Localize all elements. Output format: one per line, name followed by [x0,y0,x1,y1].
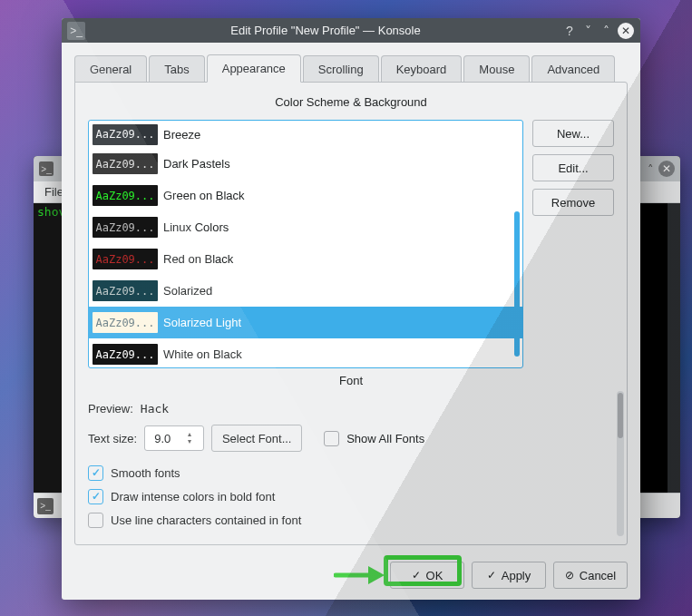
listbox-scrollbar[interactable] [514,211,520,357]
cancel-icon: ⊘ [565,569,574,582]
terminal-scrollbar[interactable] [668,203,680,493]
preview-label: Preview: [88,402,133,416]
textsize-label: Text size: [88,432,137,445]
use-line-chars-row: Use line characters contained in font [88,508,614,532]
dialog-body: General Tabs Appearance Scrolling Keyboa… [62,43,640,552]
font-size-row: Text size: ▴ ▾ Select Font... Show All F… [88,425,614,452]
dialog-title: Edit Profile "New Profile" — Konsole [91,24,560,37]
scheme-item[interactable]: AaZz09...Red on Black [89,243,522,275]
color-scheme-buttons: New... Edit... Remove [532,120,614,368]
chevron-down-icon[interactable]: ▾ [183,438,196,445]
scheme-swatch: AaZz09... [93,344,158,365]
textsize-spinbox[interactable]: ▴ ▾ [144,425,204,451]
scheme-label: Solarized [163,284,212,298]
preview-font-name: Hack [141,402,169,416]
textsize-input[interactable] [152,431,183,446]
edit-profile-dialog: >_ Edit Profile "New Profile" — Konsole … [62,18,640,600]
font-heading: Font [88,374,614,387]
appearance-panel: Color Scheme & Background AaZz09...Breez… [74,82,628,545]
draw-intense-label: Draw intense colors in bold font [111,490,275,504]
check-icon: ✓ [487,569,496,582]
use-line-chars-label: Use line characters contained in font [111,513,301,527]
edit-scheme-button[interactable]: Edit... [532,154,614,181]
ok-label: OK [426,569,443,582]
scheme-item[interactable]: AaZz09...Solarized [89,275,522,307]
scheme-swatch: AaZz09... [93,153,158,174]
scheme-item[interactable]: AaZz09...White on Black [89,338,522,368]
font-section: Font Preview: Hack Text size: ▴ ▾ Select… [88,368,614,532]
cancel-button[interactable]: ⊘ Cancel [553,562,628,589]
dialog-button-bar: ✓ OK ✓ Apply ⊘ Cancel [62,552,640,600]
tab-advanced[interactable]: Advanced [531,55,615,83]
dialog-tabs: General Tabs Appearance Scrolling Keyboa… [74,54,628,82]
remove-scheme-button[interactable]: Remove [532,189,614,216]
scheme-label: Breeze [163,128,200,142]
scheme-label: Solarized Light [163,316,241,329]
apply-label: Apply [502,569,531,582]
dialog-titlebar[interactable]: >_ Edit Profile "New Profile" — Konsole … [62,18,640,43]
tab-appearance[interactable]: Appearance [207,54,301,83]
scheme-swatch: AaZz09... [93,249,158,269]
terminal-icon: >_ [39,161,54,176]
show-all-fonts-label: Show All Fonts [346,432,424,445]
show-all-fonts-checkbox[interactable] [324,431,339,446]
smooth-fonts-checkbox[interactable] [88,465,103,481]
scheme-label: Green on Black [163,189,245,202]
scheme-item[interactable]: AaZz09...Linux Colors [89,211,522,243]
draw-intense-row: Draw intense colors in bold font [88,484,614,508]
scheme-label: Dark Pastels [163,157,230,171]
spin-buttons[interactable]: ▴ ▾ [183,431,196,445]
panel-scrollbar[interactable] [617,391,624,536]
close-icon[interactable]: ✕ [658,161,675,177]
scheme-item[interactable]: AaZz09...Dark Pastels [89,148,522,180]
scheme-label: White on Black [163,347,242,361]
smooth-fonts-label: Smooth fonts [111,466,180,480]
terminal-tab-icon[interactable]: >_ [37,498,54,514]
ok-button[interactable]: ✓ OK [390,562,464,589]
cancel-label: Cancel [580,569,616,582]
apply-button[interactable]: ✓ Apply [472,562,546,589]
tab-keyboard[interactable]: Keyboard [381,55,463,83]
terminal-icon: >_ [67,22,85,40]
use-line-chars-checkbox[interactable] [88,513,103,528]
scheme-item[interactable]: AaZz09...Breeze [89,121,522,148]
help-icon[interactable]: ? [560,24,579,38]
scheme-item[interactable]: AaZz09...Solarized Light [89,307,522,338]
tab-scrolling[interactable]: Scrolling [303,55,379,83]
tab-tabs[interactable]: Tabs [149,55,204,83]
scheme-swatch: AaZz09... [93,312,158,333]
minimize-icon[interactable]: ˅ [579,24,597,38]
select-font-button[interactable]: Select Font... [211,425,302,452]
color-scheme-listbox[interactable]: AaZz09...BreezeAaZz09...Dark PastelsAaZz… [88,120,523,368]
scheme-swatch: AaZz09... [93,124,158,145]
tab-general[interactable]: General [74,55,147,83]
maximize-icon[interactable]: ˄ [642,161,658,177]
maximize-icon[interactable]: ˄ [597,24,615,38]
scheme-swatch: AaZz09... [93,217,158,238]
tab-mouse[interactable]: Mouse [463,55,530,83]
scheme-swatch: AaZz09... [93,280,158,301]
new-scheme-button[interactable]: New... [532,120,614,147]
check-icon: ✓ [412,569,421,582]
scheme-label: Red on Black [163,252,233,266]
smooth-fonts-row: Smooth fonts [88,461,614,484]
close-icon[interactable]: ✕ [618,23,634,39]
draw-intense-checkbox[interactable] [88,489,103,504]
color-scheme-heading: Color Scheme & Background [88,95,614,109]
scheme-item[interactable]: AaZz09...Green on Black [89,180,522,211]
font-preview-row: Preview: Hack [88,402,614,416]
scheme-swatch: AaZz09... [93,185,158,206]
scheme-label: Linux Colors [163,220,229,234]
